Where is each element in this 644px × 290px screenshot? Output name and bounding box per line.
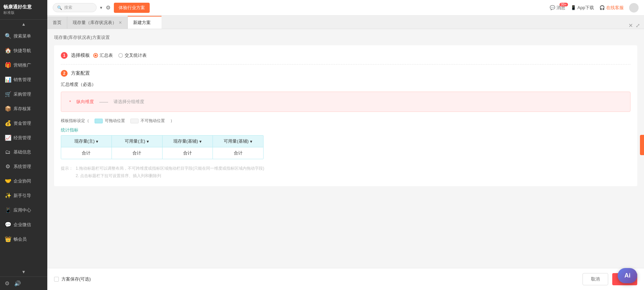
- save-label: 方案保存(可选): [61, 276, 91, 282]
- sidebar-scroll-down[interactable]: ▼: [0, 267, 47, 276]
- tab-actions: ✕ ⤢: [624, 22, 644, 29]
- sidebar-item-nav[interactable]: 🏠 快捷导航: [0, 43, 47, 58]
- chevron-down-icon: ▾: [96, 139, 98, 144]
- sidebar-item-search[interactable]: 🔍 搜索菜单: [0, 29, 47, 43]
- topbar-left: 🔍 搜索 ▾ ⚙ 体验行业方案: [53, 3, 150, 13]
- radio-summary[interactable]: 汇总表: [93, 52, 113, 58]
- step-divider: [61, 64, 630, 65]
- tab-home[interactable]: 首页: [47, 17, 67, 29]
- dimension-box[interactable]: * 纵向维度 —— 请选择分组维度: [61, 92, 630, 112]
- col-current-main-body: 合计: [61, 147, 112, 159]
- col-available-main-label: 可用量(主): [125, 138, 145, 144]
- legend-draggable: 可拖动位置: [95, 118, 125, 124]
- right-scroll-button[interactable]: [640, 135, 644, 155]
- speaker-icon[interactable]: 🔊: [14, 280, 21, 287]
- save-checkbox[interactable]: [54, 277, 59, 282]
- col-available-aux-header[interactable]: 可用量(基辅) ▾: [213, 136, 263, 147]
- sidebar-item-label: 搜索菜单: [14, 33, 31, 39]
- trial-button[interactable]: 体验行业方案: [114, 3, 150, 13]
- cart-icon: 🛒: [5, 91, 11, 97]
- col-available-aux-sum: 合计: [213, 147, 263, 159]
- col-available-aux: 可用量(基辅) ▾: [213, 136, 263, 147]
- stat-table-header: 现存量(主) ▾ 可用量(主) ▾ 现存量(基辅: [61, 136, 263, 147]
- sidebar-scroll-up[interactable]: ▲: [0, 20, 47, 29]
- app-download-button[interactable]: 📱 App下载: [571, 5, 594, 11]
- settings-icon[interactable]: ⚙: [5, 280, 9, 287]
- col-available-main-header[interactable]: 可用量(主) ▾: [112, 136, 162, 147]
- app-name: 畅康通好生意: [3, 4, 44, 10]
- messages-button[interactable]: 💬 消息 99+: [550, 5, 565, 11]
- download-icon: 📱: [571, 5, 576, 10]
- radio-cross[interactable]: 交叉统计表: [118, 52, 147, 58]
- sidebar-item-sales[interactable]: 📊 销售管理: [0, 72, 47, 87]
- col-current-aux-body: 合计: [163, 147, 213, 159]
- main-area: 🔍 搜索 ▾ ⚙ 体验行业方案 💬 消息 99+ 📱 App下载 🎧 在线客服: [47, 0, 644, 290]
- tip-row-2: 提示： 2. 点击标题栏下拉可设置排序、插入列和删除列: [61, 172, 630, 179]
- col-available-aux-body: 合计: [213, 147, 263, 159]
- sidebar-item-wechat[interactable]: 💬 企业微信: [0, 217, 47, 232]
- sidebar-footer: ⚙ 🔊: [0, 276, 47, 290]
- sidebar-item-member[interactable]: 👑 畅会员: [0, 232, 47, 246]
- tabbar: 首页 现存量（库存状况表） ✕ 新建方案 ✕ ✕ ⤢: [47, 16, 644, 29]
- sidebar-item-finance[interactable]: 💰 资金管理: [0, 116, 47, 130]
- draggable-swatch: [95, 119, 103, 123]
- summary-dimension-label: 汇总维度（必选）: [61, 81, 630, 88]
- box-icon: 📦: [5, 105, 11, 112]
- tab-new-plan[interactable]: 新建方案 ✕: [128, 16, 162, 29]
- draggable-label: 可拖动位置: [105, 118, 125, 124]
- close-window-icon[interactable]: ✕: [628, 22, 633, 29]
- online-service-button[interactable]: 🎧 在线客服: [599, 5, 624, 11]
- col-current-aux-label: 现存量(基辅): [173, 138, 198, 144]
- tab-inventory[interactable]: 现存量（库存状况表） ✕: [67, 17, 128, 29]
- dimension-placeholder: 请选择分组维度: [114, 99, 144, 105]
- topbar-dropdown[interactable]: ▾: [100, 5, 102, 10]
- sidebar-item-label: 采购管理: [14, 91, 31, 97]
- sidebar-item-marketing[interactable]: 🎁 营销推广: [0, 58, 47, 72]
- chat-icon: 💬: [5, 221, 11, 228]
- sidebar-item-purchase[interactable]: 🛒 采购管理: [0, 87, 47, 101]
- topbar: 🔍 搜索 ▾ ⚙ 体验行业方案 💬 消息 99+ 📱 App下载 🎧 在线客服: [47, 0, 644, 16]
- handshake-icon: 🤝: [5, 178, 11, 184]
- sidebar-item-guide[interactable]: ✨ 新手引导: [0, 188, 47, 203]
- page-title: 现存量(库存状况表)方案设置: [54, 34, 637, 41]
- expand-icon[interactable]: ⤢: [636, 22, 640, 29]
- sidebar-item-operations[interactable]: 📈 经营管理: [0, 130, 47, 145]
- save-option[interactable]: 方案保存(可选): [54, 276, 91, 282]
- chevron-down-icon: ▾: [147, 139, 149, 144]
- tab-new-close[interactable]: ✕: [153, 20, 156, 25]
- sidebar-item-system[interactable]: ⚙ 系统管理: [0, 159, 47, 174]
- search-placeholder: 搜索: [64, 5, 72, 10]
- template-radio-group: 汇总表 交叉统计表: [93, 52, 147, 58]
- tab-home-label: 首页: [53, 20, 61, 26]
- sidebar-item-label: 营销推广: [14, 62, 31, 68]
- stat-section-label: 统计指标: [61, 127, 630, 133]
- indicator-section: 模板指标设定（ 可拖动位置 不可拖动位置 ） 统计指标: [61, 118, 630, 179]
- sidebar-item-label: 新手引导: [14, 193, 31, 199]
- cancel-button[interactable]: 取消: [583, 273, 608, 285]
- indicator-settings-label: 模板指标设定（: [61, 118, 89, 124]
- chart-icon: 📊: [5, 76, 11, 83]
- sidebar-item-app-center[interactable]: 📱 应用中心: [0, 203, 47, 217]
- legend-fixed: 不可拖动位置: [130, 118, 165, 124]
- step1-badge: 1: [61, 52, 68, 59]
- ai-button[interactable]: Ai: [618, 268, 637, 283]
- dimension-dash: ——: [99, 99, 108, 104]
- tip-1: 1.拖动标题栏可以调整布局，不可跨维度或指标区域拖动栏目字段(只能在同一维度或指…: [76, 165, 264, 172]
- topbar-gear-icon[interactable]: ⚙: [106, 4, 110, 11]
- sidebar-item-label: 经营管理: [14, 135, 31, 141]
- sidebar-item-enterprise[interactable]: 🤝 企业协同: [0, 174, 47, 188]
- sidebar-item-basic-info[interactable]: 🗂 基础信息: [0, 145, 47, 159]
- topbar-search-box[interactable]: 🔍 搜索: [53, 3, 97, 12]
- home-icon: 🏠: [5, 47, 11, 54]
- col-current-aux-header[interactable]: 现存量(基辅) ▾: [163, 136, 213, 147]
- sidebar-item-inventory[interactable]: 📦 库存核算: [0, 101, 47, 116]
- settings-card: 1 选择模板 汇总表 交叉统计表 2 方案配置: [54, 45, 637, 186]
- sidebar-nav: 🔍 搜索菜单 🏠 快捷导航 🎁 营销推广 📊 销售管理 🛒 采购管理 📦 库存核…: [0, 29, 47, 267]
- avatar[interactable]: [629, 3, 639, 13]
- radio-dot-summary: [93, 53, 98, 58]
- col-current-main-label: 现存量(主): [74, 138, 95, 144]
- col-available-main-sum: 合计: [112, 147, 162, 159]
- search-icon: 🔍: [57, 5, 62, 10]
- col-current-main-header[interactable]: 现存量(主) ▾: [61, 136, 112, 147]
- tab-inventory-close[interactable]: ✕: [119, 20, 122, 25]
